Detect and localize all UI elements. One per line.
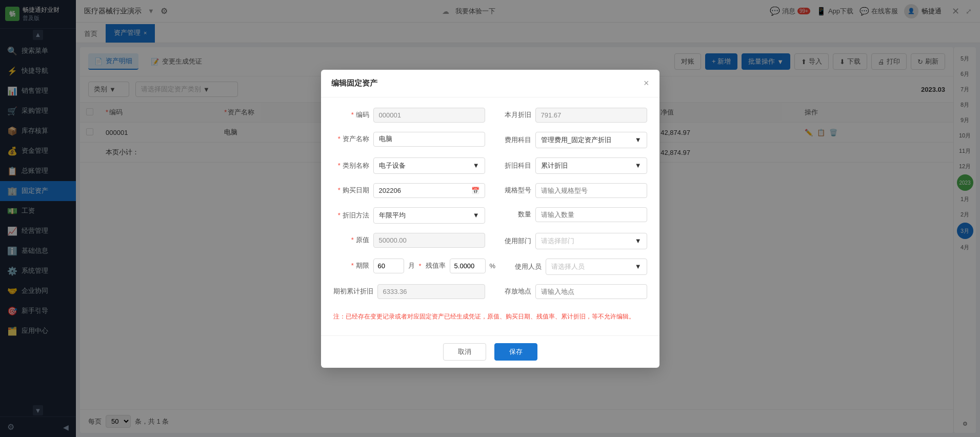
form-row-6: * 原值 使用部门 请选择部门 ▼ (333, 233, 647, 249)
form-group-purchase-date: * 购买日期 202206 📅 (333, 183, 485, 198)
monthly-dep-input (535, 108, 647, 123)
asset-name-input[interactable] (373, 132, 485, 147)
modal-footer: 取消 保存 (321, 335, 659, 368)
modal-header: 编辑固定资产 × (321, 70, 659, 97)
form-group-monthly-dep: 本月折旧 (495, 108, 647, 123)
form-group-asset-name: * 资产名称 (333, 132, 485, 147)
dep-method-select[interactable]: 年限平均 ▼ (373, 207, 485, 224)
modal-close-button[interactable]: × (644, 78, 649, 89)
form-group-initial-dep: 期初累计折旧 (333, 284, 485, 299)
category-select[interactable]: 电子设备 ▼ (373, 157, 485, 174)
period-input (373, 259, 404, 273)
residual-input (450, 259, 486, 273)
form-group-original-value: * 原值 (333, 233, 485, 248)
modal-note: 注：已经存在变更记录或者对应固定资产已经生成凭证，原值、购买日期、残值率、累计折… (333, 308, 647, 325)
user-dropdown-icon: ▼ (635, 263, 642, 270)
dep-subject-select[interactable]: 累计折旧 ▼ (535, 157, 647, 174)
expense-subject-select[interactable]: 管理费用_固定资产折旧 ▼ (535, 132, 647, 148)
spec-input[interactable] (535, 183, 647, 198)
dept-dropdown-icon: ▼ (635, 237, 642, 245)
form-row-5: * 折旧方法 年限平均 ▼ 数量 (333, 207, 647, 224)
form-group-period: * 期限 月 * 残值率 % (333, 259, 496, 273)
form-group-quantity: 数量 (495, 207, 647, 222)
purchase-date-input[interactable]: 202206 📅 (373, 183, 485, 198)
period-inline-group: 月 * 残值率 % (373, 259, 496, 273)
code-input[interactable] (373, 108, 485, 123)
form-group-dept: 使用部门 请选择部门 ▼ (495, 233, 647, 249)
form-group-location: 存放地点 (495, 284, 647, 299)
user-select[interactable]: 请选择人员 ▼ (546, 259, 647, 275)
original-value-input (373, 233, 485, 248)
form-group-dep-method: * 折旧方法 年限平均 ▼ (333, 207, 485, 224)
form-row-1: * 编码 本月折旧 (333, 108, 647, 123)
form-group-category: * 类别名称 电子设备 ▼ (333, 157, 485, 174)
calendar-icon: 📅 (471, 187, 479, 194)
form-group-dep-subject: 折旧科目 累计折旧 ▼ (495, 157, 647, 174)
quantity-input[interactable] (535, 207, 647, 222)
dep-method-dropdown-icon: ▼ (473, 211, 479, 219)
initial-dep-input (377, 284, 485, 299)
modal-title: 编辑固定资产 (331, 78, 377, 88)
form-row-2: * 资产名称 费用科目 管理费用_固定资产折旧 ▼ (333, 132, 647, 148)
edit-fixed-asset-modal: 编辑固定资产 × * 编码 本月折旧 * 资产名称 (321, 70, 659, 368)
modal-overlay: 编辑固定资产 × * 编码 本月折旧 * 资产名称 (0, 0, 980, 437)
form-row-8: 期初累计折旧 存放地点 (333, 284, 647, 299)
form-group-user: 使用人员 请选择人员 ▼ (506, 259, 647, 275)
cancel-button[interactable]: 取消 (443, 343, 486, 361)
form-row-3: * 类别名称 电子设备 ▼ 折旧科目 累计折旧 ▼ (333, 157, 647, 174)
form-group-spec: 规格型号 (495, 183, 647, 198)
expense-subject-dropdown-icon: ▼ (635, 136, 642, 144)
modal-body: * 编码 本月折旧 * 资产名称 费用科目 管理费用_固定资产折旧 (321, 97, 659, 335)
location-input[interactable] (535, 284, 647, 299)
dept-select[interactable]: 请选择部门 ▼ (535, 233, 647, 249)
save-button[interactable]: 保存 (494, 343, 537, 361)
form-group-expense-subject: 费用科目 管理费用_固定资产折旧 ▼ (495, 132, 647, 148)
form-group-code: * 编码 (333, 108, 485, 123)
form-row-7: * 期限 月 * 残值率 % 使用人员 请选择人员 ▼ (333, 259, 647, 275)
dep-subject-dropdown-icon: ▼ (635, 162, 642, 169)
category-dropdown-icon: ▼ (473, 162, 479, 169)
form-row-4: * 购买日期 202206 📅 规格型号 (333, 183, 647, 198)
